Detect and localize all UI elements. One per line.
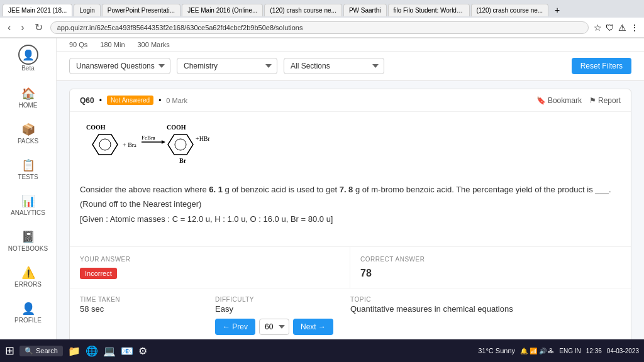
question-body: COOH + Br₂ FeBr₃ COOH xyxy=(70,112,631,236)
your-answer-box: Your Answer Incorrect xyxy=(70,247,350,288)
tab-login[interactable]: Login xyxy=(74,4,100,16)
forward-button[interactable]: › xyxy=(18,21,26,35)
sidebar-item-packs[interactable]: 📦 PACKS xyxy=(0,118,56,150)
url-input[interactable] xyxy=(50,21,589,34)
next-button[interactable]: Next → xyxy=(293,319,333,335)
question-number: Q60 xyxy=(80,96,94,105)
menu-icon[interactable]: ⋮ xyxy=(630,23,639,33)
search-label: Search xyxy=(36,347,58,354)
app-icon-2[interactable]: 📧 xyxy=(121,345,133,357)
search-icon: 🔍 xyxy=(25,347,33,355)
given-text: [Given : Atomic masses : C = 12.0 u, H :… xyxy=(80,212,621,226)
browser-actions: ☆ 🛡 ⚠ ⋮ xyxy=(594,23,639,33)
reset-filters-button[interactable]: Reset Filters xyxy=(572,58,631,74)
tab-active[interactable]: JEE Main 2021 (18... xyxy=(3,4,72,16)
svg-marker-1 xyxy=(92,134,118,155)
browser-icon[interactable]: 🌐 xyxy=(86,345,98,357)
sidebar-item-analytics[interactable]: 📊 ANALYTICS xyxy=(0,189,56,221)
sidebar-logo: 👤 Beta xyxy=(18,45,38,72)
filter-section[interactable]: All Sections xyxy=(284,58,384,74)
separator: • xyxy=(99,96,102,105)
home-icon: 🏠 xyxy=(21,87,35,101)
packs-icon: 📦 xyxy=(21,123,35,136)
meta-section: TIME TAKEN 58 sec DIFFICULTY Easy ← Prev… xyxy=(70,288,631,339)
new-tab-button[interactable]: + xyxy=(550,3,565,18)
question-number-select[interactable]: 60 xyxy=(259,319,289,335)
separator2: • xyxy=(158,96,161,105)
topic-item: TOPIC Quantitative measures in chemical … xyxy=(350,296,621,314)
reaction-svg: COOH + Br₂ FeBr₃ COOH xyxy=(80,122,218,172)
val-6-1: 6. 1 xyxy=(209,185,223,194)
tab-crash2[interactable]: (120) crash course ne... xyxy=(471,4,549,16)
sidebar-item-profile[interactable]: 👤 PROFILE xyxy=(0,297,56,329)
app-info-bar: 90 Qs 180 Min 300 Marks xyxy=(57,38,644,52)
errors-icon: ⚠️ xyxy=(21,266,35,280)
taskbar-right: 31°C Sunny 🔔 📶 🔊 🖧 ENG IN 12:36 04-03-20… xyxy=(478,347,639,354)
bookmark-button[interactable]: 🔖 Bookmark xyxy=(536,96,582,105)
extension-icon[interactable]: 🛡 xyxy=(606,23,614,33)
tab-bar: JEE Main 2021 (18... Login PowerPoint Pr… xyxy=(0,0,644,18)
back-button[interactable]: ‹ xyxy=(5,21,13,35)
sidebar-item-notebooks[interactable]: 📓 NOTEBOOKS xyxy=(0,225,56,257)
warning-icon[interactable]: ⚠ xyxy=(618,23,626,33)
filter-bar: Unanswered Questions Chemistry All Secti… xyxy=(57,52,644,81)
time-taken-value: 58 sec xyxy=(80,304,215,314)
filter-subject[interactable]: Chemistry xyxy=(177,58,277,74)
time-taken-item: TIME TAKEN 58 sec xyxy=(80,296,215,314)
correct-answer-value: 78 xyxy=(360,268,621,279)
filter-answered[interactable]: Unanswered Questions xyxy=(69,58,170,74)
difficulty-item: DIFFICULTY Easy ← Prev 60 Next → xyxy=(215,296,350,335)
svg-marker-8 xyxy=(168,134,193,155)
question-actions: 🔖 Bookmark ⚑ Report xyxy=(536,96,621,105)
val-7-8: 7. 8 xyxy=(340,185,353,194)
difficulty-nav-row: ← Prev 60 Next → xyxy=(215,319,350,335)
tab-jee2016[interactable]: JEE Main 2016 (Online... xyxy=(182,4,263,16)
report-button[interactable]: ⚑ Report xyxy=(589,96,621,105)
tab-ppt[interactable]: PowerPoint Presentati... xyxy=(102,4,180,16)
reaction-diagram: COOH + Br₂ FeBr₃ COOH xyxy=(80,122,621,172)
main-content: 90 Qs 180 Min 300 Marks Unanswered Quest… xyxy=(57,38,644,339)
app-icon-3[interactable]: ⚙ xyxy=(138,345,147,357)
tab-pw[interactable]: PW Saarthi xyxy=(343,4,387,16)
round-off-text: (Round off to the Nearest integer) xyxy=(80,197,621,211)
svg-point-9 xyxy=(175,139,186,150)
sidebar-label-tests: TESTS xyxy=(18,173,38,180)
svg-text:COOH: COOH xyxy=(86,124,106,131)
svg-text:Br: Br xyxy=(179,157,187,164)
logo-label: Beta xyxy=(21,65,35,72)
your-answer-label: Your Answer xyxy=(80,256,340,263)
bookmark-icon: 🔖 xyxy=(536,96,546,105)
system-tray-icons: 🔔 📶 🔊 🖧 xyxy=(520,348,554,354)
file-explorer-icon[interactable]: 📁 xyxy=(68,345,80,357)
refresh-button[interactable]: ↻ xyxy=(32,20,45,35)
question-card: Q60 • Not Answered • 0 Mark 🔖 Bookmark ⚑ xyxy=(69,89,631,339)
difficulty-label: DIFFICULTY xyxy=(215,296,350,303)
taskbar: ⊞ 🔍 Search 📁 🌐 💻 📧 ⚙ 31°C Sunny 🔔 📶 🔊 🖧 … xyxy=(0,339,644,362)
app-icon-1[interactable]: 💻 xyxy=(103,345,116,357)
logo-icon: 👤 xyxy=(18,45,38,65)
sidebar-item-home[interactable]: 🏠 HOME xyxy=(0,82,56,114)
sidebar: 👤 Beta 🏠 HOME 📦 PACKS 📋 TESTS 📊 ANALYTIC… xyxy=(0,38,57,339)
prev-button[interactable]: ← Prev xyxy=(215,319,255,335)
sidebar-item-errors[interactable]: ⚠️ ERRORS xyxy=(0,261,56,293)
taskbar-search[interactable]: 🔍 Search xyxy=(19,346,63,356)
bookmark-icon[interactable]: ☆ xyxy=(594,23,602,33)
sidebar-item-tests[interactable]: 📋 TESTS xyxy=(0,153,56,185)
weather-temp: 31°C xyxy=(478,347,494,354)
tab-filo[interactable]: filo Filo Student: World's C... xyxy=(388,4,470,16)
notebooks-icon: 📓 xyxy=(21,230,35,244)
sidebar-label-profile: PROFILE xyxy=(14,317,42,324)
topic-label: TOPIC xyxy=(350,296,621,303)
sidebar-label-home: HOME xyxy=(19,102,38,109)
incorrect-badge: Incorrect xyxy=(80,268,117,279)
svg-text:FeBr₃: FeBr₃ xyxy=(142,134,155,141)
topic-value: Quantitative measures in chemical equati… xyxy=(350,304,621,314)
tab-crash1[interactable]: (120) crash course ne... xyxy=(264,4,342,16)
sidebar-label-packs: PACKS xyxy=(18,138,38,145)
svg-text:+HBr: +HBr xyxy=(196,135,211,142)
tests-icon: 📋 xyxy=(21,158,35,172)
date: 04-03-2023 xyxy=(607,348,639,354)
question-text: Consider the above reaction where 6. 1 g… xyxy=(80,182,621,226)
windows-button[interactable]: ⊞ xyxy=(5,344,14,358)
taskbar-left: ⊞ 🔍 Search 📁 🌐 💻 📧 ⚙ xyxy=(5,344,147,358)
